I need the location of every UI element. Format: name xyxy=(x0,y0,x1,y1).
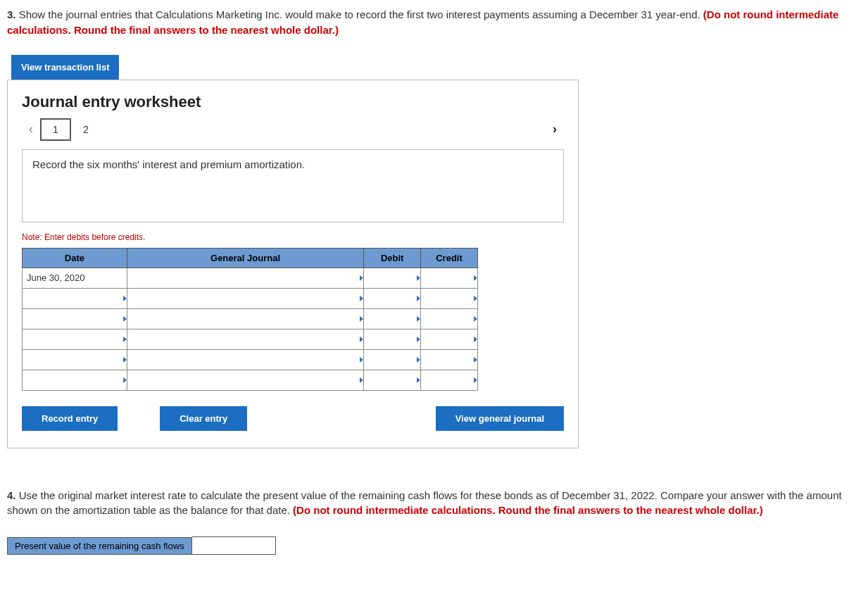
q3-number: 3. xyxy=(7,8,16,20)
table-row xyxy=(23,329,478,349)
cell-credit[interactable] xyxy=(421,288,478,308)
journal-worksheet-panel: Journal entry worksheet ‹ 1 2 › Record t… xyxy=(7,80,579,448)
view-transaction-list-button[interactable]: View transaction list xyxy=(11,55,119,80)
cell-credit[interactable] xyxy=(421,370,478,390)
chevron-left-icon[interactable]: ‹ xyxy=(22,119,40,139)
worksheet-title: Journal entry worksheet xyxy=(22,93,564,111)
cell-date[interactable] xyxy=(23,370,127,390)
cell-date[interactable] xyxy=(23,308,127,329)
cell-credit[interactable] xyxy=(421,308,478,329)
table-row xyxy=(23,370,478,390)
present-value-label: Present value of the remaining cash flow… xyxy=(7,537,192,555)
present-value-input[interactable] xyxy=(192,536,276,555)
cell-date[interactable] xyxy=(23,329,127,349)
cell-debit[interactable] xyxy=(364,370,421,390)
journal-entry-table: Date General Journal Debit Credit June 3… xyxy=(22,248,478,391)
view-general-journal-button[interactable]: View general journal xyxy=(436,406,564,431)
question-4-text: 4. Use the original market interest rate… xyxy=(7,488,868,519)
page-number-2[interactable]: 2 xyxy=(71,119,101,140)
cell-general-journal[interactable] xyxy=(127,329,364,349)
worksheet-pager: ‹ 1 2 › xyxy=(22,118,564,141)
table-row: June 30, 2020 xyxy=(23,268,478,288)
cell-general-journal[interactable] xyxy=(127,349,364,370)
header-credit: Credit xyxy=(421,248,478,268)
cell-general-journal[interactable] xyxy=(127,288,364,308)
q4-red-instruction: (Do not round intermediate calculations.… xyxy=(293,504,763,516)
clear-entry-button[interactable]: Clear entry xyxy=(160,406,247,431)
debit-credit-note: Note: Enter debits before credits. xyxy=(22,232,564,242)
record-entry-button[interactable]: Record entry xyxy=(22,406,118,431)
cell-debit[interactable] xyxy=(364,349,421,370)
cell-general-journal[interactable] xyxy=(127,268,364,288)
cell-credit[interactable] xyxy=(421,349,478,370)
header-debit: Debit xyxy=(364,248,421,268)
cell-date[interactable] xyxy=(23,288,127,308)
cell-date[interactable] xyxy=(23,349,127,370)
cell-credit[interactable] xyxy=(421,329,478,349)
cell-debit[interactable] xyxy=(364,329,421,349)
table-row xyxy=(23,308,478,329)
present-value-row: Present value of the remaining cash flow… xyxy=(7,536,868,555)
header-date: Date xyxy=(23,248,127,268)
header-general-journal: General Journal xyxy=(127,248,364,268)
page-number-1[interactable]: 1 xyxy=(40,118,71,141)
cell-debit[interactable] xyxy=(364,308,421,329)
cell-credit[interactable] xyxy=(421,268,478,288)
table-row xyxy=(23,349,478,370)
cell-date[interactable]: June 30, 2020 xyxy=(23,268,127,288)
cell-debit[interactable] xyxy=(364,268,421,288)
cell-general-journal[interactable] xyxy=(127,308,364,329)
cell-general-journal[interactable] xyxy=(127,370,364,390)
cell-debit[interactable] xyxy=(364,288,421,308)
entry-description: Record the six months' interest and prem… xyxy=(22,149,564,222)
worksheet-buttons: Record entry Clear entry View general jo… xyxy=(22,406,564,431)
question-3-text: 3. Show the journal entries that Calcula… xyxy=(7,7,868,38)
chevron-right-icon[interactable]: › xyxy=(546,119,564,139)
q4-number: 4. xyxy=(7,489,16,501)
q3-body: Show the journal entries that Calculatio… xyxy=(16,8,703,20)
table-row xyxy=(23,288,478,308)
